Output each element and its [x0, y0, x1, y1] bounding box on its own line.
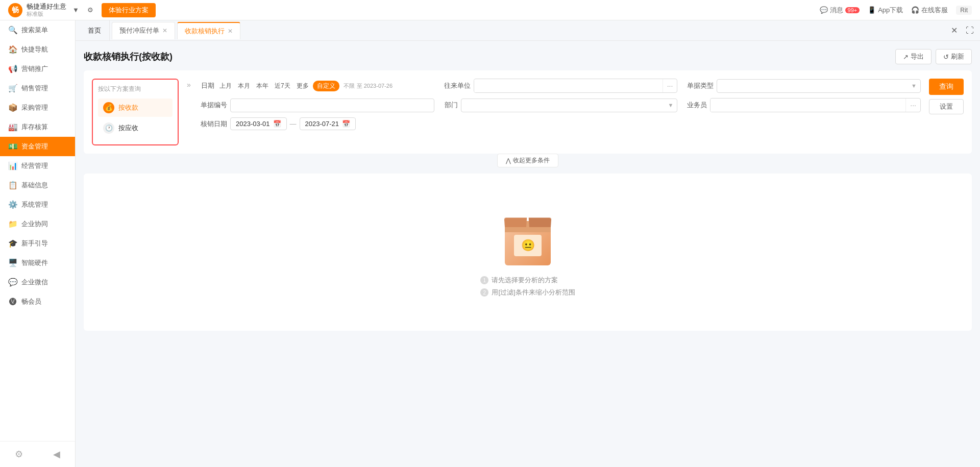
filter-dept-field: 部门 ▼	[443, 98, 678, 112]
date-nolimit: 不限	[344, 82, 355, 90]
more-conditions-row: ⋀ 收起更多条件	[84, 154, 972, 167]
export-icon: ↗	[903, 53, 909, 61]
topbar-dropdown-icon[interactable]: ▼	[72, 6, 79, 14]
sidebar-item-collab[interactable]: 📁 企业协同	[0, 214, 75, 234]
tip-num-2: 2	[480, 288, 488, 297]
date-shortcuts: 上月 本月 本年 近7天 更多 自定义 不限 至 2023-07-26	[217, 81, 393, 91]
member-icon: 🅥	[8, 298, 17, 306]
tab-writeoff[interactable]: 收款核销执行 ✕	[177, 22, 240, 39]
box-flap-left	[504, 218, 527, 227]
tab-close-all-icon[interactable]: ✕	[949, 23, 960, 37]
filter-counterpart-field: 往来单位 ···	[443, 79, 678, 93]
filter-employee-field: 业务员 ···	[685, 98, 921, 112]
dept-label: 部门	[443, 101, 458, 110]
topbar-left: 畅 畅捷通好生意 标准版 ▼ ⚙ 体验行业方案	[8, 3, 156, 17]
sidebar-item-guide[interactable]: 🎓 新手引导	[0, 234, 75, 253]
tab-bar: 首页 预付冲应付单 ✕ 收款核销执行 ✕ ✕ ⛶	[76, 20, 980, 41]
sidebar-item-search[interactable]: 🔍 搜索菜单	[0, 20, 75, 40]
sidebar-item-system[interactable]: ⚙️ 系统管理	[0, 195, 75, 214]
calendar-start-icon[interactable]: 📅	[273, 120, 281, 128]
employee-input-wrapper: ···	[710, 98, 921, 112]
topbar-right: 💬 消息 99+ 📱 App下载 🎧 在线客服 Rit	[820, 6, 972, 15]
sidebar-item-hardware[interactable]: 🖥️ 智能硬件	[0, 253, 75, 273]
query-button[interactable]: 查询	[929, 79, 964, 95]
sidebar-item-basic-info[interactable]: 📋 基础信息	[0, 176, 75, 195]
tab-close-prepay[interactable]: ✕	[162, 27, 167, 34]
shortcut-more[interactable]: 更多	[295, 81, 311, 91]
filter-option-by-receipt[interactable]: 💰 按收款	[98, 99, 173, 117]
sidebar-item-wechat[interactable]: 💬 企业微信	[0, 273, 75, 292]
tab-close-writeoff[interactable]: ✕	[228, 28, 233, 35]
date-to-text: 至 2023-07-26	[357, 82, 393, 90]
tab-home[interactable]: 首页	[80, 20, 110, 41]
shortcut-this-month[interactable]: 本月	[236, 81, 252, 91]
shortcut-custom[interactable]: 自定义	[313, 81, 339, 91]
sidebar-item-finance[interactable]: 💵 资金管理	[0, 137, 75, 156]
sidebar-item-purchase[interactable]: 📦 采购管理	[0, 98, 75, 117]
sidebar-item-member[interactable]: 🅥 畅会员	[0, 292, 75, 311]
counterpart-input-wrapper: ···	[474, 79, 678, 93]
app-download-button[interactable]: 📱 App下载	[868, 6, 903, 15]
shortcut-last-7days[interactable]: 近7天	[273, 81, 292, 91]
voucher-type-select-wrapper: ▼	[717, 79, 921, 93]
sidebar-collapse-icon[interactable]: ◀	[50, 446, 63, 463]
sidebar-item-sales[interactable]: 🛒 销售管理	[0, 79, 75, 98]
writeoff-end-date: 2023-07-21	[305, 120, 339, 128]
refresh-button[interactable]: ↺ 刷新	[936, 49, 972, 64]
sidebar-item-marketing[interactable]: 📢 营销推广	[0, 59, 75, 79]
sidebar-item-operations[interactable]: 📊 经营管理	[0, 156, 75, 176]
marketing-icon: 📢	[8, 64, 17, 73]
filter-left-title: 按以下方案查询	[98, 85, 173, 93]
receivable-icon: 🕐	[103, 122, 114, 134]
filter-settings-button[interactable]: 设置	[929, 99, 964, 114]
voucher-type-label: 单据类型	[685, 81, 714, 90]
page-actions: ↗ 导出 ↺ 刷新	[895, 49, 972, 64]
tab-expand-icon[interactable]: ⛶	[964, 24, 976, 37]
voucher-no-input[interactable]	[230, 99, 434, 112]
export-button[interactable]: ↗ 导出	[895, 49, 932, 64]
shortcut-this-year[interactable]: 本年	[254, 81, 271, 91]
sidebar-bottom: ⚙ ◀	[0, 441, 75, 467]
hardware-icon: 🖥️	[8, 258, 17, 267]
dept-select[interactable]	[461, 99, 678, 112]
sidebar-settings-icon[interactable]: ⚙	[12, 446, 26, 463]
page-header: 收款核销执行(按收款) ↗ 导出 ↺ 刷新	[84, 49, 972, 64]
counterpart-dots-btn[interactable]: ···	[663, 79, 677, 92]
employee-dots-btn[interactable]: ···	[905, 99, 920, 112]
chevron-up-icon: ⋀	[506, 157, 511, 164]
user-account[interactable]: Rit	[956, 6, 972, 15]
voucher-type-select[interactable]	[717, 79, 921, 93]
calendar-end-icon[interactable]: 📅	[342, 120, 350, 128]
sidebar-item-quicknav[interactable]: 🏠 快捷导航	[0, 40, 75, 59]
filter-form: 日期 上月 本月 本年 近7天 更多 自定义 不限 至 2023-07-26	[199, 79, 921, 145]
tab-prepay[interactable]: 预付冲应付单 ✕	[112, 22, 175, 39]
date-label: 日期	[199, 81, 214, 90]
voucher-no-label: 单据编号	[199, 101, 227, 110]
message-icon: 💬	[820, 6, 828, 14]
counterpart-label: 往来单位	[443, 81, 471, 90]
system-icon: ⚙️	[8, 200, 17, 209]
wechat-icon: 💬	[8, 278, 17, 287]
counterpart-input[interactable]	[474, 80, 663, 92]
dept-select-wrapper: ▼	[461, 99, 678, 112]
app-icon: 📱	[868, 6, 876, 14]
logo: 畅	[8, 3, 22, 17]
sidebar-item-inventory[interactable]: 🏭 库存核算	[0, 117, 75, 137]
settings-icon[interactable]: ⚙	[83, 3, 97, 17]
more-conditions-button[interactable]: ⋀ 收起更多条件	[497, 154, 558, 167]
empty-state: 😐 1 请先选择要分析的方案 2 用[过滤]条件来缩小分析范围	[84, 174, 972, 331]
collab-icon: 📁	[8, 219, 17, 229]
empty-tip-2: 2 用[过滤]条件来缩小分析范围	[480, 288, 575, 297]
filter-date-field: 日期 上月 本月 本年 近7天 更多 自定义 不限 至 2023-07-26	[199, 79, 434, 93]
message-button[interactable]: 💬 消息 99+	[820, 6, 860, 15]
query-actions: 查询 设置	[929, 79, 964, 145]
filter-option-by-receivable[interactable]: 🕐 按应收	[98, 119, 173, 137]
online-service-button[interactable]: 🎧 在线客服	[911, 6, 948, 15]
message-badge: 99+	[845, 7, 860, 13]
employee-input[interactable]	[710, 99, 905, 112]
filter-collapse-icon[interactable]: »	[183, 79, 195, 89]
employee-label: 业务员	[685, 101, 707, 110]
shortcut-last-month[interactable]: 上月	[217, 81, 234, 91]
writeoff-start-input-wrapper: 2023-03-01 📅	[230, 117, 287, 130]
solution-button[interactable]: 体验行业方案	[102, 3, 156, 17]
